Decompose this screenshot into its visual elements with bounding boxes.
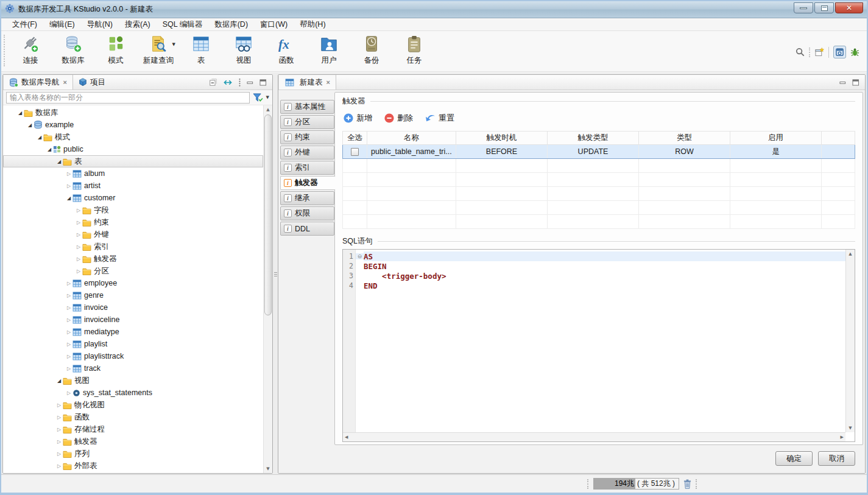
sql-horizontal-scrollbar[interactable]: ◀▶ [343, 432, 845, 441]
minimize-view-icon[interactable] [839, 79, 847, 86]
scroll-thumb[interactable] [264, 114, 272, 315]
expanded-arrow-icon[interactable]: ◢ [46, 147, 53, 152]
empty-cell[interactable] [367, 201, 456, 215]
column-header-触发时机[interactable]: 触发时机 [456, 132, 548, 145]
sql-line[interactable]: 2BEGIN [343, 261, 855, 271]
tree-item-程序包[interactable]: ▷程序包 [3, 472, 263, 473]
maximize-view-icon[interactable] [852, 79, 859, 86]
garbage-collect-trash-icon[interactable] [683, 479, 691, 489]
tree-item-playlist[interactable]: ▷playlist [3, 338, 263, 350]
collapsed-arrow-icon[interactable]: ▷ [65, 354, 72, 359]
tree-item-模式[interactable]: ◢模式 [3, 131, 263, 143]
column-header-名称[interactable]: 名称 [367, 132, 456, 145]
collapse-all-icon[interactable] [209, 78, 217, 86]
tree-item-触发器[interactable]: ▷触发器 [3, 253, 263, 265]
empty-cell[interactable] [822, 187, 855, 201]
tab-close-icon[interactable]: × [63, 79, 67, 86]
menu-item[interactable]: 编辑(E) [43, 18, 81, 31]
sidebar-item-触发器[interactable]: i触发器 [280, 176, 336, 190]
table-empty-row[interactable] [343, 173, 855, 187]
collapsed-arrow-icon[interactable]: ▷ [55, 427, 63, 432]
collapsed-arrow-icon[interactable]: ▷ [65, 317, 72, 323]
sidebar-item-约束[interactable]: i约束 [280, 130, 334, 144]
empty-cell[interactable] [822, 159, 855, 173]
确定-button[interactable]: 确定 [775, 451, 813, 466]
row-checkbox[interactable] [351, 148, 359, 156]
collapsed-arrow-icon[interactable]: ▷ [65, 366, 72, 371]
新增-button[interactable]: 新增 [344, 113, 372, 124]
重置-button[interactable]: 重置 [425, 113, 454, 124]
sidebar-item-外键[interactable]: i外键 [280, 146, 334, 160]
empty-cell[interactable] [343, 173, 367, 187]
empty-cell[interactable] [730, 173, 822, 187]
tree-item-存储过程[interactable]: ▷存储过程 [3, 423, 263, 435]
tree-item-genre[interactable]: ▷genre [3, 289, 263, 301]
empty-cell[interactable] [367, 187, 456, 201]
filter-input[interactable] [6, 92, 250, 104]
collapsed-arrow-icon[interactable]: ▷ [65, 305, 72, 311]
empty-cell[interactable] [822, 201, 855, 215]
empty-cell[interactable] [639, 173, 730, 187]
tree-item-invoice[interactable]: ▷invoice [3, 301, 263, 314]
empty-cell[interactable] [343, 215, 367, 229]
toolbar-button-new-query[interactable]: ▼新建查询 [137, 34, 180, 66]
fold-collapse-icon[interactable]: ⊖ [356, 253, 364, 259]
tree-item-mediatype[interactable]: ▷mediatype [3, 326, 263, 338]
expanded-arrow-icon[interactable]: ◢ [65, 195, 72, 201]
collapsed-arrow-icon[interactable]: ▷ [75, 232, 82, 237]
empty-cell[interactable] [822, 215, 855, 229]
取消-button[interactable]: 取消 [818, 451, 855, 466]
collapsed-arrow-icon[interactable]: ▷ [55, 439, 63, 444]
collapsed-arrow-icon[interactable]: ▷ [65, 390, 72, 396]
scroll-down-arrow[interactable]: ▼ [264, 465, 272, 473]
expanded-arrow-icon[interactable]: ◢ [16, 110, 24, 116]
toolbar-button-function[interactable]: fx函数 [265, 34, 308, 66]
toolbar-button-backup[interactable]: 备份 [350, 34, 393, 66]
table-empty-row[interactable] [343, 215, 855, 229]
menu-item[interactable]: 数据库(D) [208, 18, 254, 31]
collapsed-arrow-icon[interactable]: ▷ [75, 220, 82, 225]
empty-cell[interactable] [639, 159, 730, 173]
tree-item-playlisttrack[interactable]: ▷playlisttrack [3, 350, 263, 362]
status-drag-handle[interactable] [587, 479, 589, 489]
table-empty-row[interactable] [343, 159, 855, 173]
collapsed-arrow-icon[interactable]: ▷ [65, 329, 72, 335]
collapsed-arrow-icon[interactable]: ▷ [65, 293, 72, 298]
toolbar-drag-handle[interactable] [4, 35, 8, 66]
search-icon[interactable] [796, 47, 805, 57]
empty-cell[interactable] [456, 215, 548, 229]
empty-cell[interactable] [367, 215, 456, 229]
sql-vertical-scrollbar[interactable]: ▲▼ [845, 250, 855, 432]
empty-cell[interactable] [367, 159, 456, 173]
cell-enabled[interactable]: 是 [730, 145, 822, 159]
sidebar-item-基本属性[interactable]: i基本属性 [280, 100, 334, 114]
collapsed-arrow-icon[interactable]: ▷ [65, 342, 72, 347]
select-cell[interactable] [343, 145, 367, 159]
collapsed-arrow-icon[interactable]: ▷ [65, 183, 72, 189]
collapsed-arrow-icon[interactable]: ▷ [75, 256, 82, 262]
empty-cell[interactable] [456, 201, 548, 215]
tree-item-序列[interactable]: ▷序列 [3, 448, 263, 460]
tree-item-外部表[interactable]: ▷外部表 [3, 460, 263, 472]
sql-line[interactable]: 1⊖AS [343, 251, 855, 261]
toolbar-button-schema[interactable]: 模式 [94, 34, 137, 66]
panel-splitter[interactable] [273, 74, 278, 474]
sidebar-item-分区[interactable]: i分区 [280, 115, 334, 129]
tree-item-外键[interactable]: ▷外键 [3, 228, 263, 240]
maximize-view-icon[interactable] [259, 79, 267, 86]
tree-item-分区[interactable]: ▷分区 [3, 265, 263, 277]
window-minimize-button[interactable] [794, 2, 813, 13]
tree-item-public[interactable]: ◢public [3, 143, 263, 155]
empty-cell[interactable] [343, 159, 367, 173]
empty-cell[interactable] [343, 187, 367, 201]
empty-cell[interactable] [548, 201, 639, 215]
new-connection-icon[interactable] [815, 47, 824, 57]
toolbar-button-task[interactable]: 任务 [393, 34, 436, 66]
empty-cell[interactable] [822, 173, 855, 187]
empty-cell[interactable] [343, 201, 367, 215]
expanded-arrow-icon[interactable]: ◢ [55, 378, 63, 384]
tree-item-track[interactable]: ▷track [3, 362, 263, 374]
sql-line[interactable]: 4END [343, 281, 855, 290]
tree-item-数据库[interactable]: ◢数据库 [3, 107, 263, 119]
debug-bug-icon[interactable] [850, 47, 859, 57]
